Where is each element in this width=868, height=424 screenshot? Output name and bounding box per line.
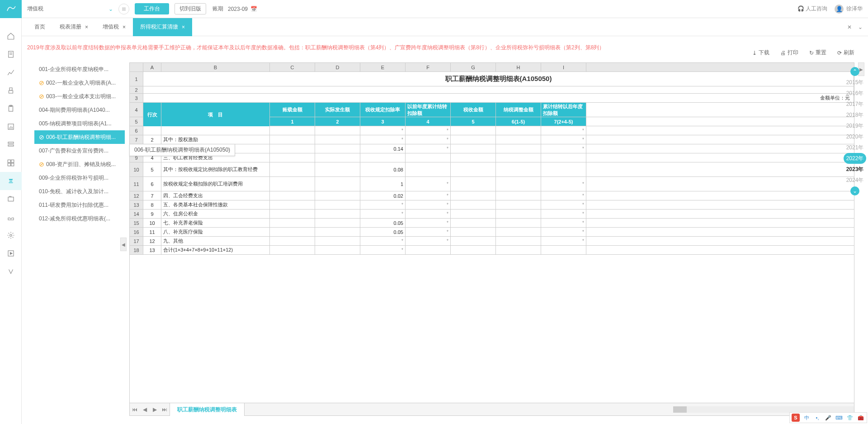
print-button[interactable]: 🖨 打印 <box>780 49 798 57</box>
col-header[interactable]: F <box>406 63 451 71</box>
sidebar-item[interactable]: 012-减免所得税优惠明细表(... <box>34 212 125 225</box>
sheet-nav-last[interactable]: ⏭ <box>160 406 170 413</box>
cell[interactable] <box>496 228 541 236</box>
cell[interactable] <box>451 135 496 144</box>
sidebar-item[interactable]: 001-企业所得税年度纳税申... <box>34 62 125 76</box>
cell[interactable]: * <box>360 135 406 144</box>
cell[interactable] <box>496 219 541 227</box>
sidebar-item[interactable]: ⊘008-资产折旧、摊销及纳税... <box>34 157 125 171</box>
cell[interactable]: 1 <box>360 177 406 191</box>
row-number[interactable]: 16 <box>130 228 143 236</box>
cell[interactable]: 合计(1+3+4+7+8+9+10+11+12) <box>161 246 270 254</box>
row-number[interactable]: 11 <box>130 177 143 191</box>
close-icon[interactable]: × <box>85 24 88 30</box>
cell[interactable]: * <box>541 126 586 135</box>
cell[interactable]: * <box>406 228 451 236</box>
cell[interactable] <box>161 126 270 135</box>
cell[interactable] <box>315 162 360 176</box>
year-option[interactable]: 2024年 <box>844 175 866 186</box>
cell[interactable]: 0.05 <box>360 228 406 236</box>
cell[interactable] <box>496 153 541 162</box>
cell[interactable] <box>451 228 496 236</box>
cell[interactable]: * <box>541 219 586 227</box>
sheet-nav-next[interactable]: ▶ <box>150 406 160 413</box>
reset-button[interactable]: ↻ 重置 <box>809 49 826 57</box>
cell[interactable] <box>451 191 496 200</box>
list-button[interactable] <box>118 4 129 14</box>
cell[interactable]: * <box>541 237 586 245</box>
cell[interactable]: * <box>360 237 406 245</box>
cell[interactable] <box>451 144 496 153</box>
nav-template-icon[interactable] <box>0 136 22 154</box>
cell[interactable]: * <box>406 237 451 245</box>
col-header[interactable]: C <box>270 63 315 71</box>
year-option[interactable]: 2022年 <box>844 153 866 164</box>
cell[interactable] <box>451 162 496 176</box>
sidebar-item[interactable]: 010-免税、减计收入及加计... <box>34 185 125 198</box>
workbench-button[interactable]: 工作台 <box>135 3 169 14</box>
cell[interactable]: * <box>541 191 586 200</box>
cell[interactable]: 7 <box>143 191 161 200</box>
cell[interactable]: 0.02 <box>360 191 406 200</box>
collapse-sidebar-handle[interactable]: ◀ <box>120 238 127 251</box>
cell[interactable]: 按税收规定全额扣除的职工培训费用 <box>161 177 270 191</box>
year-scroll-down[interactable]: ⌄ <box>850 186 859 195</box>
nav-doc-icon[interactable] <box>0 45 22 63</box>
cell[interactable] <box>270 228 315 236</box>
col-header[interactable]: B <box>161 63 270 71</box>
close-icon[interactable]: × <box>182 24 185 30</box>
cell[interactable] <box>315 210 360 218</box>
cell[interactable]: * <box>406 200 451 209</box>
nav-report-icon[interactable] <box>0 118 22 136</box>
sidebar-item[interactable]: ⊘006-职工薪酬纳税调整明细... <box>34 130 125 144</box>
cell[interactable]: 其中：股权激励 <box>161 135 270 144</box>
cell[interactable]: * <box>406 177 451 191</box>
download-button[interactable]: ⤓ 下载 <box>752 49 769 57</box>
sheet-tab[interactable]: 职工薪酬纳税调整明细表 <box>170 403 245 416</box>
row-number[interactable]: 12 <box>130 191 143 200</box>
cell[interactable]: 七、补充养老保险 <box>161 219 270 227</box>
cell[interactable] <box>451 153 496 162</box>
cell[interactable]: 六、住房公积金 <box>161 210 270 218</box>
cell[interactable]: 其中：按税收规定比例扣除的职工教育经费 <box>161 162 270 176</box>
cell[interactable] <box>451 126 496 135</box>
cell[interactable] <box>270 200 315 209</box>
cell[interactable]: 0.08 <box>360 162 406 176</box>
cell[interactable] <box>315 153 360 162</box>
cell[interactable] <box>143 126 161 135</box>
cell[interactable]: * <box>541 144 586 153</box>
year-option[interactable]: 2015年 <box>844 77 866 88</box>
cell[interactable] <box>406 246 451 254</box>
row-number[interactable]: 2 <box>130 86 143 93</box>
cell[interactable]: 四、工会经费支出 <box>161 191 270 200</box>
cell[interactable]: 9 <box>143 210 161 218</box>
cell[interactable] <box>315 246 360 254</box>
cell[interactable] <box>270 219 315 227</box>
sidebar-item[interactable]: 004-期间费用明细表(A1040... <box>34 103 125 117</box>
cell[interactable] <box>315 191 360 200</box>
cell[interactable]: * <box>406 144 451 153</box>
cell[interactable]: * <box>360 246 406 254</box>
cell[interactable] <box>496 177 541 191</box>
cell[interactable] <box>270 144 315 153</box>
tab[interactable]: 所得税汇算清缴× <box>133 18 192 36</box>
horizontal-scrollbar[interactable] <box>673 406 854 413</box>
year-option[interactable]: 2021年 <box>844 142 866 153</box>
cell[interactable]: 2 <box>143 135 161 144</box>
cell[interactable] <box>496 200 541 209</box>
user-menu[interactable]: 👤 徐泽华 <box>835 5 863 14</box>
cell[interactable] <box>496 144 541 153</box>
cell[interactable] <box>315 228 360 236</box>
row-number[interactable]: 13 <box>130 200 143 209</box>
cell[interactable]: 8 <box>143 200 161 209</box>
year-option[interactable]: 2018年 <box>844 110 866 120</box>
cell[interactable] <box>315 177 360 191</box>
tax-type-dropdown[interactable]: 增值税 ⌄ <box>27 5 113 13</box>
cell[interactable] <box>451 210 496 218</box>
app-logo[interactable] <box>0 0 22 18</box>
sidebar-item[interactable]: ⊘002-一般企业收入明细表(A... <box>34 76 125 90</box>
cell[interactable]: 12 <box>143 237 161 245</box>
cell[interactable] <box>496 246 541 254</box>
cell[interactable]: * <box>541 135 586 144</box>
cell[interactable]: * <box>406 135 451 144</box>
